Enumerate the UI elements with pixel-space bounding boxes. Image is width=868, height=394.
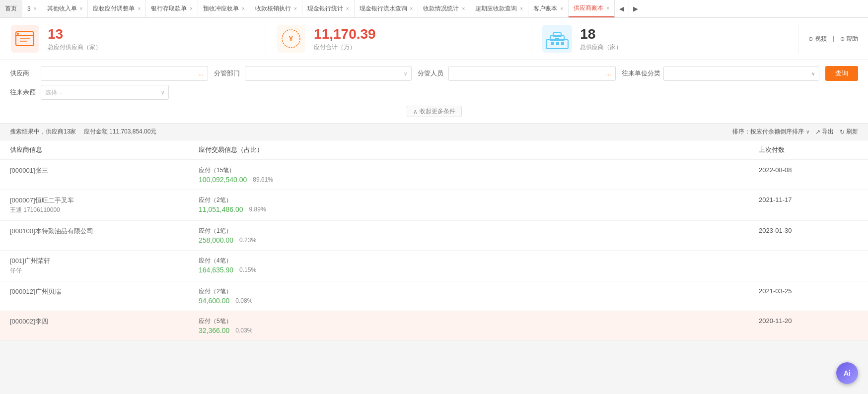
payable-total-num: 11,170.39 — [314, 26, 376, 43]
nav-cash-flow-close[interactable]: × — [410, 6, 413, 11]
export-button[interactable]: ↗ 导出 — [815, 128, 834, 136]
trans-amount-row4: 164,635.90 — [199, 266, 233, 274]
nav-other-income[interactable]: 其他收入单 × — [42, 0, 88, 17]
total-suppliers-info: 18 总供应商（家） — [580, 26, 622, 52]
person-input[interactable]: ... — [448, 66, 616, 81]
balance-label: 往来余额 — [10, 88, 38, 97]
table-row[interactable]: [001]广州荣轩 仔仔 应付（4笔） 164,635.90 0.15% — [0, 251, 868, 281]
nav-cash-bank-stat[interactable]: 现金银行统计 × — [302, 0, 355, 17]
nav-prev-arrow[interactable]: ◀ — [615, 0, 629, 17]
nav-receipt-stat-close[interactable]: × — [462, 6, 465, 11]
nav-receipt-stat-label: 收款情况统计 — [423, 4, 459, 13]
trans-cell-row6: 应付（5笔） 32,366.00 0.03% — [199, 317, 759, 334]
nav-bank-deposit[interactable]: 银行存取款单 × — [146, 0, 198, 17]
lastpay-cell-row5: 2021-03-25 — [759, 287, 858, 295]
last-pay-date-row5: 2021-03-25 — [759, 287, 792, 295]
nav-next-arrow[interactable]: ▶ — [629, 0, 643, 17]
supplier-link-row1[interactable]: [000001]张三 — [10, 167, 48, 174]
top-navigation: 首页 3 × 其他收入单 × 应收应付调整单 × 银行存取款单 × 预收冲应收单… — [0, 0, 868, 18]
category-label: 往来单位分类 — [622, 69, 660, 78]
nav-supplier-ledger[interactable]: 供应商账本 × — [569, 0, 615, 17]
video-link[interactable]: ⊙ 视频 — [808, 35, 826, 43]
nav-cash-flow[interactable]: 现金银行流水查询 × — [355, 0, 419, 17]
lastpay-cell-row3: 2023-01-30 — [759, 227, 858, 234]
filter-category: 往来单位分类 ∨ — [622, 66, 820, 81]
sort-select[interactable]: 排序：按应付余额倒序排序 ∨ — [732, 128, 809, 136]
nav-tab3[interactable]: 3 × — [22, 0, 42, 17]
nav-ar-ap-adjust-label: 应收应付调整单 — [93, 4, 135, 13]
supplier-cell: [000002]李四 — [10, 317, 199, 326]
trans-amount-row5: 94,600.00 — [199, 297, 229, 305]
payable-suppliers-label: 总应付供应商（家） — [48, 43, 101, 52]
help-link[interactable]: ⊙ 帮助 — [840, 35, 858, 43]
nav-home[interactable]: 首页 — [0, 0, 22, 17]
table-header-row: 供应商信息 应付交易信息（占比） 上次付数 — [0, 140, 868, 160]
category-arrow-icon: ∨ — [811, 71, 815, 76]
payable-suppliers-num: 13 — [48, 26, 101, 43]
lastpay-cell-row6: 2020-11-20 — [759, 317, 858, 325]
nav-overdue-query[interactable]: 超期应收款查询 × — [470, 0, 528, 17]
nav-overdue-query-close[interactable]: × — [520, 6, 523, 11]
refresh-button[interactable]: ↻ 刷新 — [840, 128, 858, 136]
supplier-link-row3[interactable]: [000100]本特勤油品有限公司 — [10, 227, 93, 235]
nav-receipt-verify-close[interactable]: × — [294, 6, 297, 11]
table-row[interactable]: [000100]本特勤油品有限公司 应付（1笔） 258,000.00 0.23… — [0, 221, 868, 251]
collapse-button[interactable]: ∧ 收起更多条件 — [407, 106, 462, 117]
result-bar: 搜索结果中，供应商13家 应付金额 111,703,854.00元 排序：按应付… — [0, 124, 868, 140]
last-pay-date-row2: 2021-11-17 — [759, 196, 792, 203]
table-row[interactable]: [000007]恒旺二手叉车 王通 17106110000 应付（2笔） 11,… — [0, 190, 868, 221]
refresh-icon: ↻ — [840, 129, 845, 135]
balance-select[interactable]: 选择... ∨ — [41, 85, 169, 100]
filter-area: 供应商 ... 分管部门 ∨ 分管人员 ... 往来单位分类 — [0, 60, 868, 124]
nav-bank-deposit-close[interactable]: × — [190, 6, 193, 11]
nav-receipt-stat[interactable]: 收款情况统计 × — [418, 0, 470, 17]
table-row[interactable]: [000012]广州贝瑞 应付（2笔） 94,600.00 0.08% 2021… — [0, 281, 868, 311]
dept-input[interactable]: ∨ — [245, 66, 412, 81]
result-text1: 搜索结果中，供应商13家 — [10, 128, 76, 135]
supplier-dots-icon[interactable]: ... — [198, 70, 203, 77]
query-button[interactable]: 查询 — [825, 66, 858, 81]
nav-supplier-ledger-close[interactable]: × — [606, 5, 609, 11]
nav-pre-charge-close[interactable]: × — [242, 6, 245, 11]
supplier-link-row4[interactable]: [001]广州荣轩 — [10, 257, 50, 264]
trans-info-row3: 应付（1笔） 258,000.00 0.23% — [199, 227, 759, 244]
data-table: 供应商信息 应付交易信息（占比） 上次付数 [000001]张三 应付（15笔）… — [0, 140, 868, 341]
supplier-cell: [000012]广州贝瑞 — [10, 287, 199, 296]
separator: | — [833, 35, 834, 42]
col-header-trans: 应付交易信息（占比） — [199, 145, 759, 154]
sort-arrow-icon: ∨ — [806, 129, 809, 134]
supplier-input[interactable]: ... — [41, 66, 208, 81]
nav-ar-ap-adjust-close[interactable]: × — [138, 6, 141, 11]
collapse-label: 收起更多条件 — [420, 107, 455, 116]
last-pay-date-row1: 2022-08-08 — [759, 166, 792, 174]
payable-suppliers-icon — [10, 24, 40, 54]
person-dots-icon[interactable]: ... — [606, 70, 611, 77]
nav-receipt-verify[interactable]: 收款核销执行 × — [250, 0, 302, 17]
nav-receipt-verify-label: 收款核销执行 — [255, 4, 291, 13]
export-icon: ↗ — [815, 129, 820, 135]
nav-ar-ap-adjust[interactable]: 应收应付调整单 × — [88, 0, 146, 17]
nav-cash-bank-stat-close[interactable]: × — [346, 6, 349, 11]
table-row[interactable]: [000001]张三 应付（15笔） 100,092,540.00 89.61%… — [0, 160, 868, 190]
supplier-sub-row2: 王通 17106110000 — [10, 206, 199, 214]
supplier-cell: [000001]张三 — [10, 166, 199, 175]
table-row[interactable]: [000002]李四 应付（5笔） 32,366.00 0.03% 2020-1… — [0, 311, 868, 341]
supplier-link-row2[interactable]: [000007]恒旺二手叉车 — [10, 197, 74, 204]
payable-total-icon: ¥ — [276, 24, 306, 54]
filter-person: 分管人员 ... — [418, 66, 616, 81]
nav-home-label: 首页 — [5, 4, 17, 13]
trans-label-row4: 应付（4笔） — [199, 257, 759, 265]
nav-tab3-close[interactable]: × — [34, 6, 37, 11]
category-input[interactable]: ∨ — [663, 66, 820, 81]
col-header-supplier: 供应商信息 — [10, 145, 199, 154]
supplier-link-row6[interactable]: [000002]李四 — [10, 318, 48, 325]
trans-amount-row-row4: 164,635.90 0.15% — [199, 266, 759, 274]
nav-pre-charge[interactable]: 预收冲应收单 × — [198, 0, 250, 17]
trans-cell-row3: 应付（1笔） 258,000.00 0.23% — [199, 227, 759, 244]
nav-other-income-close[interactable]: × — [80, 6, 83, 11]
nav-customer-ledger-close[interactable]: × — [560, 6, 563, 11]
nav-customer-ledger[interactable]: 客户账本 × — [528, 0, 569, 17]
supplier-link-row5[interactable]: [000012]广州贝瑞 — [10, 288, 61, 295]
supplier-cell: [000007]恒旺二手叉车 王通 17106110000 — [10, 196, 199, 214]
collapse-icon: ∧ — [413, 108, 418, 115]
